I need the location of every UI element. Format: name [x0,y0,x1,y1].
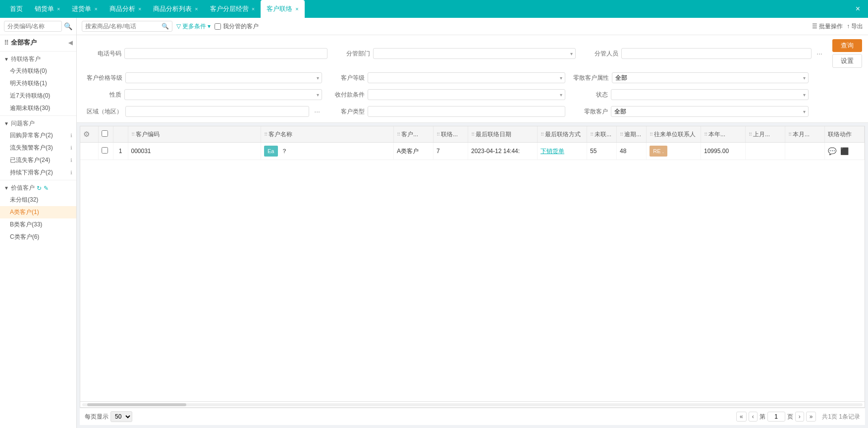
batch-op-btn[interactable]: ☰ 批量操作 [812,22,843,31]
nav-customer-contact[interactable]: 客户联络 × [261,0,304,18]
more-filter-btn[interactable]: ▽ 更多条件 ▾ [176,22,211,31]
table-header-row: ⚙ ⠿客户编码 ⠿客户名称 ⠿客户... [80,126,865,143]
th-name: ⠿客户名称 [261,126,393,143]
nav-sales[interactable]: 销货单 × [29,0,66,18]
sidebar-group-value[interactable]: ▼ 价值客户 ↻ ✎ [0,181,76,194]
toolbar-search-input[interactable] [85,23,160,30]
nav-product-analysis[interactable]: 商品分析 × [104,0,147,18]
nav-purchase[interactable]: 进货单 × [66,0,103,18]
customer-type-input[interactable] [368,106,565,117]
filter-row-3: 性质 ▾ 收付款条件 ▾ 状态 [83,88,862,102]
sidebar-item-churn-warning[interactable]: 流失预警客户(3) ℹ [0,142,76,154]
dept-select[interactable] [373,48,576,59]
region-dots[interactable]: ··· [312,107,322,115]
retail-label: 零散客户 [573,107,608,116]
sidebar-item-unclassified[interactable]: 未分组(32) [0,194,76,206]
th-checkbox [98,126,113,143]
select-all-checkbox[interactable] [102,130,108,137]
chat-action-icon[interactable]: 💬 [828,147,836,155]
customer-type-label: 客户类型 [330,107,365,116]
scroll-thumb[interactable] [87,403,186,406]
sidebar-item-churned[interactable]: 已流失客户(24) ℹ [0,154,76,166]
phone-input[interactable] [124,48,327,59]
price-grade-select[interactable] [125,72,322,83]
toolbar-search-icon[interactable]: 🔍 [162,23,169,30]
export-btn[interactable]: ↑ 导出 [847,22,863,31]
manager-input[interactable] [621,48,812,59]
next-page-btn[interactable]: › [795,412,804,422]
sidebar-group-problem[interactable]: ▼ 问题客户 [0,117,76,129]
info-icon-3: ℹ [70,158,72,163]
manager-label: 分管人员 [584,50,618,58]
sidebar-item-class-b[interactable]: B类客户(33) [0,218,76,231]
sidebar-item-week-pending[interactable]: 近7天待联络(0) [0,90,76,102]
payment-select[interactable] [368,89,565,100]
edit-icon[interactable]: ✎ [44,185,49,192]
close-tier-tab[interactable]: × [252,6,255,12]
sidebar-search-icon[interactable]: 🔍 [64,22,72,30]
total-info: 共1页 1条记录 [822,413,860,421]
th-last-contact-method: ⠿最后联络方式 [538,126,587,143]
my-customers-checkbox[interactable] [215,23,221,30]
price-grade-label: 客户价格等级 [87,74,122,82]
sidebar-item-tomorrow-pending[interactable]: 明天待联络(1) [0,77,76,90]
close-all-btn[interactable]: × [852,4,864,13]
qr-action-icon[interactable]: ⬛ [840,147,849,155]
first-page-btn[interactable]: « [736,412,747,422]
region-input[interactable] [125,106,309,117]
row-check-cell [98,143,113,160]
sidebar-item-class-c[interactable]: C类客户(6) [0,231,76,243]
row-overdue: 48 [617,143,647,160]
nav-home[interactable]: 首页 [4,0,29,18]
nav-product-analysis-list[interactable]: 商品分析列表 × [147,0,204,18]
data-table-area: ⚙ ⠿客户编码 ⠿客户名称 ⠿客户... [80,126,865,402]
manager-dots[interactable]: ··· [814,50,824,57]
scroll-track [82,403,863,406]
page-number-input[interactable] [767,412,785,422]
gear-icon[interactable]: ⚙ [83,130,90,139]
nav-customer-tier[interactable]: 客户分层经营 × [204,0,261,18]
sidebar-item-class-a[interactable]: A类客户(1) [0,206,76,218]
close-sales-tab[interactable]: × [57,6,60,12]
row-checkbox[interactable] [102,147,108,154]
filter-region: 区域（地区） ··· [83,105,326,118]
row-last-contact-date: 2023-04-12 14:44: [468,143,538,160]
sidebar-item-declining[interactable]: 持续下滑客户(2) ℹ [0,166,76,179]
sidebar-group-pending[interactable]: ▼ 待联络客户 [0,53,76,65]
close-purchase-tab[interactable]: × [94,6,97,12]
row-this-year: 10995.00 [701,143,746,160]
query-btn[interactable]: 查询 [832,39,862,52]
filter-row-1: 电话号码 分管部门 ▾ 分管人员 ··· 查询 设置 [83,39,862,68]
retail-attr-select[interactable]: 全部 [612,72,809,83]
arrow-icon-3: ▼ [4,185,9,191]
nature-select[interactable] [124,89,322,100]
nature-label: 性质 [87,91,121,99]
settings-btn[interactable]: 设置 [832,54,862,68]
prev-page-btn[interactable]: ‹ [749,412,758,422]
th-action: 联络动作 [825,126,865,143]
close-contact-tab[interactable]: × [295,6,298,12]
page-size-select[interactable]: 50 [110,411,132,422]
chevron-down-icon: ▾ [208,23,211,30]
filter-price-grade: 客户价格等级 ▾ [83,71,326,85]
status-select[interactable] [611,89,809,100]
retail-select[interactable]: 全部 [611,106,809,117]
th-overdue: ⠿逾期... [617,126,647,143]
close-analysis-list-tab[interactable]: × [195,6,198,12]
sidebar-item-overdue-contact[interactable]: 逾期未联络(30) [0,102,76,114]
refresh-icon[interactable]: ↻ [37,185,42,192]
contact-method-link[interactable]: 下销货单 [541,148,564,155]
customer-grade-select[interactable] [368,72,565,83]
filter-dept: 分管部门 ▾ [331,47,580,60]
row-unit-contact: RE . [647,143,701,160]
sidebar-search-input[interactable] [4,21,62,32]
last-page-btn[interactable]: » [806,412,816,422]
sidebar-item-repurchase-abnormal[interactable]: 回购异常客户(2) ℹ [0,129,76,142]
row-code: 000031 [128,143,261,160]
sidebar-all-customers[interactable]: ⠿ 全部客户 ◀ [0,35,76,50]
close-analysis-tab[interactable]: × [138,6,141,12]
sidebar-item-today-pending[interactable]: 今天待联络(0) [0,65,76,77]
collapse-icon[interactable]: ◀ [68,40,72,46]
horizontal-scrollbar[interactable] [80,402,865,408]
customer-table: ⚙ ⠿客户编码 ⠿客户名称 ⠿客户... [80,126,865,160]
